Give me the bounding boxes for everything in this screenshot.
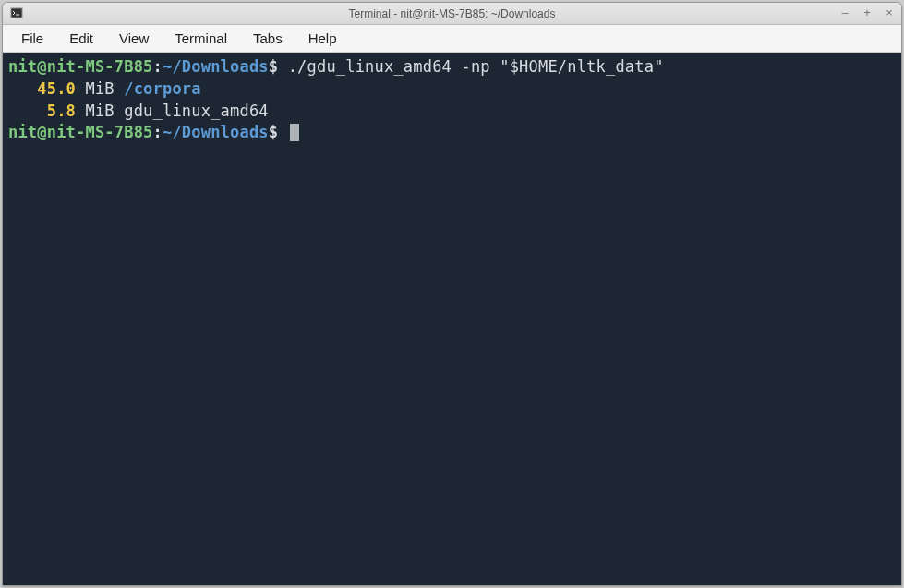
file-name: gdu_linux_amd64 bbox=[124, 102, 269, 120]
cursor bbox=[290, 124, 299, 141]
prompt-user-host: nit@nit-MS-7B85 bbox=[8, 123, 153, 141]
output-row: 45.0 MiB /corpora bbox=[8, 78, 896, 101]
minimize-button[interactable]: – bbox=[838, 6, 851, 19]
menu-terminal[interactable]: Terminal bbox=[162, 27, 240, 50]
prompt-symbol: $ bbox=[269, 57, 278, 76]
prompt-colon: : bbox=[153, 57, 163, 76]
menubar: File Edit View Terminal Tabs Help bbox=[3, 25, 901, 53]
prompt-user-host: nit@nit-MS-7B85 bbox=[8, 57, 153, 76]
size-unit: MiB bbox=[76, 79, 124, 98]
terminal-icon bbox=[10, 6, 23, 19]
command-line-1: nit@nit-MS-7B85:~/Downloads$ ./gdu_linux… bbox=[8, 56, 896, 78]
file-size: 45.0 bbox=[8, 79, 76, 98]
prompt-colon: : bbox=[153, 123, 163, 141]
window-controls: – + × bbox=[838, 6, 896, 19]
menu-help[interactable]: Help bbox=[295, 27, 350, 50]
prompt-symbol: $ bbox=[269, 123, 278, 141]
close-button[interactable]: × bbox=[883, 6, 896, 19]
svg-rect-0 bbox=[11, 8, 22, 18]
prompt-path: ~/Downloads bbox=[163, 123, 269, 141]
terminal-area[interactable]: nit@nit-MS-7B85:~/Downloads$ ./gdu_linux… bbox=[3, 53, 901, 585]
command-text: ./gdu_linux_amd64 -np "$HOME/nltk_data" bbox=[278, 57, 663, 76]
file-size: 5.8 bbox=[8, 102, 76, 120]
output-row: 5.8 MiB gdu_linux_amd64 bbox=[8, 101, 896, 123]
empty-command bbox=[278, 123, 287, 141]
size-unit: MiB bbox=[76, 102, 124, 120]
command-line-2: nit@nit-MS-7B85:~/Downloads$ bbox=[8, 122, 896, 144]
maximize-button[interactable]: + bbox=[861, 6, 874, 19]
titlebar[interactable]: Terminal - nit@nit-MS-7B85: ~/Downloads … bbox=[3, 3, 901, 25]
dir-name: /corpora bbox=[124, 79, 200, 98]
prompt-path: ~/Downloads bbox=[163, 57, 269, 76]
window-title: Terminal - nit@nit-MS-7B85: ~/Downloads bbox=[349, 7, 556, 20]
menu-file[interactable]: File bbox=[8, 27, 56, 50]
menu-view[interactable]: View bbox=[106, 27, 162, 50]
terminal-window: Terminal - nit@nit-MS-7B85: ~/Downloads … bbox=[2, 2, 902, 586]
menu-tabs[interactable]: Tabs bbox=[240, 27, 295, 50]
menu-edit[interactable]: Edit bbox=[56, 27, 106, 50]
